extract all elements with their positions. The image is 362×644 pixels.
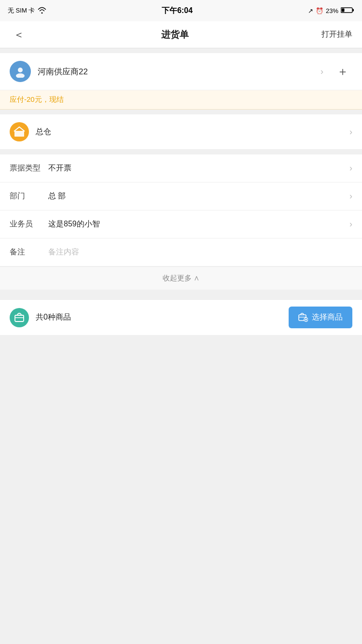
status-right: ↗ ⏰ 23% — [308, 7, 354, 15]
department-row[interactable]: 部门 总 部 › — [0, 182, 362, 210]
carrier-text: 无 SIM 卡 — [8, 6, 35, 15]
supplier-name: 河南供应商22 — [38, 66, 320, 77]
warehouse-chevron-icon: › — [349, 127, 352, 137]
bottom-bar: 共0种商品 选择商品 — [0, 299, 362, 335]
product-cart-icon — [10, 308, 29, 327]
add-supplier-button[interactable]: ＋ — [333, 62, 352, 81]
section-gap-4 — [0, 290, 362, 294]
form-card: 票据类型 不开票 › 部门 总 部 › 业务员 这是859的小智 › 备注 备注… — [0, 154, 362, 266]
svg-rect-2 — [342, 8, 345, 12]
supplier-card: 河南供应商22 › ＋ 应付-20元，现结 — [0, 53, 362, 110]
collapse-label: 收起更多 ∧ — [163, 274, 199, 282]
collapse-button[interactable]: 收起更多 ∧ — [0, 266, 362, 290]
salesperson-label: 业务员 — [10, 219, 48, 229]
status-time: 下午6:04 — [162, 6, 193, 16]
battery-icon — [341, 7, 354, 15]
status-bar: 无 SIM 卡 下午6:04 ↗ ⏰ 23% — [0, 0, 362, 21]
salesperson-row[interactable]: 业务员 这是859的小智 › — [0, 210, 362, 238]
svg-point-4 — [16, 73, 25, 78]
select-product-button[interactable]: 选择商品 — [289, 307, 352, 328]
warehouse-name: 总仓 — [36, 127, 346, 137]
section-gap-3 — [0, 150, 362, 154]
wifi-icon — [38, 7, 46, 15]
select-product-label: 选择商品 — [312, 312, 343, 322]
department-value: 总 部 — [48, 191, 346, 201]
location-icon: ↗ — [308, 7, 313, 14]
main-content: 河南供应商22 › ＋ 应付-20元，现结 总仓 › 票据类型 — [0, 48, 362, 644]
invoice-type-chevron-icon: › — [349, 163, 352, 173]
product-count-text: 共0种商品 — [36, 312, 289, 322]
salesperson-value: 这是859的小智 — [48, 219, 346, 229]
department-label: 部门 — [10, 191, 48, 201]
supplier-chevron-icon: › — [320, 67, 323, 77]
supplier-row[interactable]: 河南供应商22 › ＋ — [0, 53, 362, 90]
remark-input[interactable]: 备注内容 — [48, 247, 352, 257]
status-left: 无 SIM 卡 — [8, 6, 46, 15]
svg-point-3 — [18, 68, 23, 72]
battery-text: 23% — [326, 7, 338, 14]
section-gap-1 — [0, 48, 362, 53]
invoice-type-row[interactable]: 票据类型 不开票 › — [0, 154, 362, 182]
page-title: 进货单 — [161, 28, 189, 41]
remark-row[interactable]: 备注 备注内容 — [0, 238, 362, 266]
svg-rect-1 — [353, 9, 354, 11]
supplier-avatar — [10, 61, 31, 82]
warehouse-icon — [10, 122, 29, 141]
svg-rect-6 — [15, 315, 24, 322]
warehouse-row[interactable]: 总仓 › — [0, 114, 362, 150]
back-button[interactable]: ＜ — [10, 24, 28, 46]
nav-bar: ＜ 进货单 打开挂单 — [0, 21, 362, 48]
invoice-type-value: 不开票 — [48, 163, 346, 173]
department-chevron-icon: › — [349, 191, 352, 201]
svg-rect-5 — [14, 131, 24, 137]
salesperson-chevron-icon: › — [349, 219, 352, 229]
section-gap-2 — [0, 110, 362, 114]
warning-text: 应付-20元，现结 — [10, 95, 64, 103]
warehouse-card: 总仓 › — [0, 114, 362, 150]
open-pending-button[interactable]: 打开挂单 — [321, 29, 352, 40]
invoice-type-label: 票据类型 — [10, 163, 48, 173]
remark-label: 备注 — [10, 247, 48, 257]
alarm-icon: ⏰ — [316, 7, 323, 14]
warning-banner: 应付-20元，现结 — [0, 90, 362, 110]
